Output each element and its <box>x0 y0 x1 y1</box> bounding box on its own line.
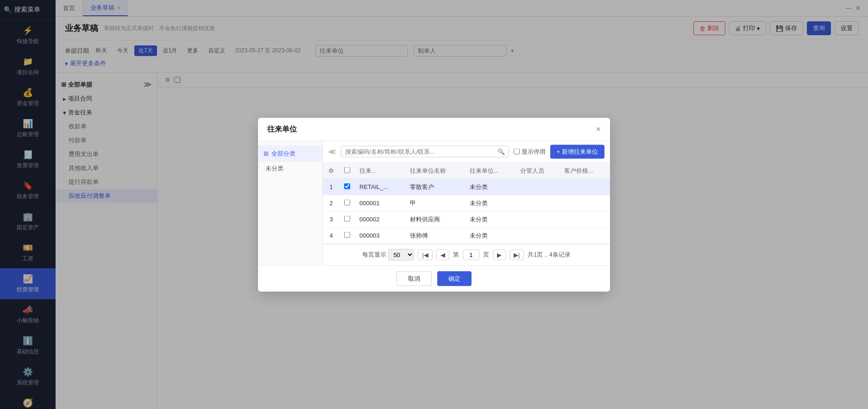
dialog-pagination: 每页显示 50 100 |◀ ◀ 第 页 ▶ ▶| 共1页，4条记录 <box>323 244 610 265</box>
page-label-after: 页 <box>483 251 489 259</box>
row-num: 1 <box>323 179 340 195</box>
row-category: 未分类 <box>465 179 516 195</box>
dialog-content: ≪ 🔍 显示停用 + 新增往来单位 ⚙ <box>323 141 610 265</box>
row-checkbox-cell[interactable] <box>340 179 355 195</box>
row-manager <box>516 195 560 211</box>
row-checkbox[interactable] <box>344 199 350 205</box>
row-price <box>560 227 610 244</box>
table-header-row: ⚙ 往来... 往来单位名称 往来单位... 分管人员 客户价格... <box>323 163 610 179</box>
cancel-button[interactable]: 取消 <box>396 271 432 286</box>
row-name: 材料供应商 <box>405 211 465 227</box>
row-checkbox[interactable] <box>344 183 350 189</box>
confirm-button[interactable]: 确定 <box>437 271 472 286</box>
dialog-table-wrap: ⚙ 往来... 往来单位名称 往来单位... 分管人员 客户价格... 1 <box>323 163 610 244</box>
add-partner-button[interactable]: + 新增往来单位 <box>550 145 604 158</box>
dialog-title: 往来单位 <box>267 124 297 134</box>
row-checkbox-cell[interactable] <box>340 211 355 227</box>
row-category: 未分类 <box>465 195 516 211</box>
dialog-uncategory[interactable]: 未分类 <box>258 161 322 175</box>
table-row[interactable]: 4 000003 张帅傅 未分类 <box>323 227 610 244</box>
th-category: 往来单位... <box>465 163 516 179</box>
table-row[interactable]: 1 RETAIL_... 零散客户 未分类 <box>323 179 610 195</box>
row-price <box>560 195 610 211</box>
dialog-header: 往来单位 × <box>258 118 610 141</box>
dialog-body: ⊞ 全部分类 未分类 ≪ 🔍 显示停用 + 新增往来单位 <box>258 141 610 265</box>
dialog-search-input[interactable] <box>345 148 495 155</box>
row-checkbox[interactable] <box>344 215 350 221</box>
pagination-total: 共1页，4条记录 <box>528 251 570 259</box>
dialog-search-box: 🔍 <box>341 146 509 157</box>
dialog-search-icon[interactable]: 🔍 <box>497 148 505 155</box>
row-category: 未分类 <box>465 211 516 227</box>
row-checkbox[interactable] <box>344 232 350 238</box>
row-price <box>560 211 610 227</box>
row-price <box>560 179 610 195</box>
row-code: 000001 <box>355 195 405 211</box>
per-page-select[interactable]: 50 100 <box>388 249 414 260</box>
th-manager: 分管人员 <box>516 163 560 179</box>
dialog-category-panel: ⊞ 全部分类 未分类 <box>258 141 323 265</box>
row-name: 张帅傅 <box>405 227 465 244</box>
dialog-all-category[interactable]: ⊞ 全部分类 <box>258 145 322 161</box>
row-checkbox-cell[interactable] <box>340 227 355 244</box>
row-num: 3 <box>323 211 340 227</box>
row-category: 未分类 <box>465 227 516 244</box>
page-label-before: 第 <box>453 251 459 259</box>
category-label: 全部分类 <box>271 149 296 157</box>
row-manager <box>516 179 560 195</box>
per-page-selector: 每页显示 50 100 <box>362 249 414 260</box>
row-code: 000002 <box>355 211 405 227</box>
page-input[interactable] <box>463 249 479 260</box>
row-code: RETAIL_... <box>355 179 405 195</box>
th-checkbox <box>340 163 355 179</box>
page-last-button[interactable]: ▶| <box>509 249 524 260</box>
row-manager <box>516 227 560 244</box>
row-name: 零散客户 <box>405 179 465 195</box>
dialog-toolbar: ≪ 🔍 显示停用 + 新增往来单位 <box>323 141 610 163</box>
page-next-button[interactable]: ▶ <box>493 249 506 260</box>
grid-category-icon: ⊞ <box>264 150 269 157</box>
th-name: 往来单位名称 <box>405 163 465 179</box>
page-first-button[interactable]: |◀ <box>418 249 432 260</box>
row-name: 甲 <box>405 195 465 211</box>
dialog-footer: 取消 确定 <box>258 265 610 291</box>
table-select-all[interactable] <box>344 167 350 173</box>
show-disabled-checkbox[interactable] <box>514 149 520 155</box>
subcategory-label: 未分类 <box>265 164 283 171</box>
row-checkbox-cell[interactable] <box>340 195 355 211</box>
dialog-close-button[interactable]: × <box>596 124 601 134</box>
th-price: 客户价格... <box>560 163 610 179</box>
row-code: 000003 <box>355 227 405 244</box>
dialog-collapse-icon[interactable]: ≪ <box>328 147 336 156</box>
partner-dialog: 往来单位 × ⊞ 全部分类 未分类 ≪ 🔍 显示停用 <box>258 118 610 291</box>
th-code: 往来... <box>355 163 405 179</box>
table-row[interactable]: 2 000001 甲 未分类 <box>323 195 610 211</box>
show-disabled-text: 显示停用 <box>522 147 546 156</box>
row-num: 2 <box>323 195 340 211</box>
show-disabled-label[interactable]: 显示停用 <box>514 147 546 156</box>
th-settings[interactable]: ⚙ <box>323 163 340 179</box>
row-num: 4 <box>323 227 340 244</box>
table-row[interactable]: 3 000002 材料供应商 未分类 <box>323 211 610 227</box>
per-page-label: 每页显示 <box>362 251 386 259</box>
row-manager <box>516 211 560 227</box>
page-prev-button[interactable]: ◀ <box>436 249 449 260</box>
partner-table: ⚙ 往来... 往来单位名称 往来单位... 分管人员 客户价格... 1 <box>323 163 610 244</box>
